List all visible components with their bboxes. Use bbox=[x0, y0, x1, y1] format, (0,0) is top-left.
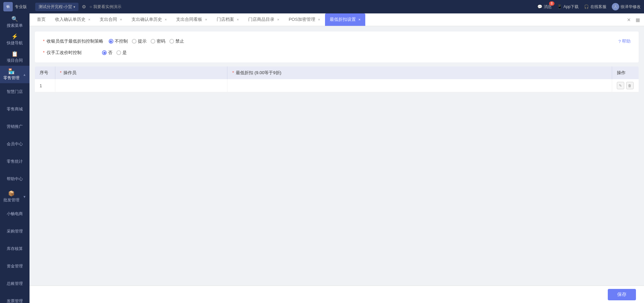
sidebar-label-help: 帮助中心 bbox=[7, 176, 23, 182]
tab-payment-board[interactable]: 支出合同看板 × bbox=[171, 13, 212, 26]
tab-payment-confirm-label: 支出确认单历史 bbox=[131, 16, 162, 22]
sidebar-item-help[interactable]: 帮助中心 bbox=[0, 170, 30, 188]
radio-no-label: 否 bbox=[108, 50, 112, 56]
user-menu[interactable]: 人 徐泽华修改 bbox=[612, 3, 641, 10]
tab-store-file[interactable]: 门店档案 × bbox=[212, 13, 244, 26]
tab-payment-confirm[interactable]: 支出确认单历史 × bbox=[127, 13, 171, 26]
help-label: 帮助 bbox=[622, 38, 631, 44]
app-download-button[interactable]: 📱 App下载 bbox=[557, 4, 579, 10]
tab-payment-board-label: 支出合同看板 bbox=[176, 16, 202, 22]
delete-row-button[interactable]: 🗑 bbox=[626, 82, 634, 89]
tab-store-catalog-close[interactable]: × bbox=[277, 17, 279, 21]
online-service-button[interactable]: 🎧 在线客服 bbox=[584, 4, 606, 10]
bottom-bar: 保存 bbox=[30, 286, 644, 303]
save-button[interactable]: 保存 bbox=[608, 289, 636, 300]
tab-income-confirm-close[interactable]: × bbox=[88, 17, 90, 21]
edit-row-button[interactable]: ✎ bbox=[617, 82, 624, 89]
sidebar-label-invoice: 发票管理 bbox=[7, 299, 23, 303]
avatar: 人 bbox=[612, 3, 619, 10]
sidebar-item-smart-store[interactable]: 智慧门店 bbox=[0, 83, 30, 101]
sidebar-label-search: 搜索菜单 bbox=[7, 23, 23, 29]
settings-icon[interactable]: ⚙ bbox=[82, 4, 86, 9]
tab-payment-contract-close[interactable]: × bbox=[120, 17, 122, 21]
table-row: 1 ✎ 🗑 bbox=[35, 79, 639, 92]
cell-action: ✎ 🗑 bbox=[612, 79, 639, 92]
download-icon: 📱 bbox=[557, 4, 562, 9]
cashier-discount-row: * 收银员低于最低折扣控制策略 不控制 提示 bbox=[43, 38, 631, 44]
radio-ban-label: 禁止 bbox=[175, 38, 184, 44]
sidebar-label-marketing: 营销推广 bbox=[7, 124, 23, 130]
wholesale-icon: 📦 bbox=[8, 190, 15, 197]
table-wrapper: 序号 * 操作员 * 最低折扣 (9.00等于9折) 操作 bbox=[35, 66, 639, 92]
radio-prompt-circle bbox=[132, 39, 137, 44]
sidebar-item-ecommerce[interactable]: 小畅电商 bbox=[0, 205, 30, 223]
tab-store-file-close[interactable]: × bbox=[237, 17, 239, 21]
cashier-discount-radio-group: 不控制 提示 密码 禁止 bbox=[109, 38, 184, 44]
retail-icon: 🏪 bbox=[8, 68, 15, 74]
tab-payment-confirm-close[interactable]: × bbox=[165, 17, 167, 21]
tab-min-discount[interactable]: 最低折扣设置 × bbox=[325, 13, 365, 26]
tab-min-discount-close[interactable]: × bbox=[359, 17, 361, 21]
tab-payment-contract[interactable]: 支出合同 × bbox=[95, 13, 126, 26]
user-name: 徐泽华修改 bbox=[621, 4, 641, 10]
cell-discount[interactable] bbox=[227, 79, 612, 92]
sidebar-item-retail[interactable]: 🏪 零售管理 ▲ bbox=[0, 66, 30, 83]
tab-income-confirm[interactable]: 收入确认单历史 × bbox=[50, 13, 95, 26]
table-header-row: 序号 * 操作员 * 最低折扣 (9.00等于9折) 操作 bbox=[35, 66, 639, 79]
sidebar-item-marketing[interactable]: 营销推广 bbox=[0, 118, 30, 136]
tab-close-all-button[interactable]: ✕ bbox=[626, 16, 632, 23]
th-operator: * 操作员 bbox=[55, 66, 227, 79]
tab-bar-actions: ✕ ▦ bbox=[626, 16, 641, 23]
tab-store-catalog[interactable]: 门店商品目录 × bbox=[244, 13, 284, 26]
radio-ban[interactable]: 禁止 bbox=[169, 38, 184, 44]
tab-menu-button[interactable]: ▦ bbox=[634, 16, 641, 23]
manual-price-radio-group: 否 是 bbox=[102, 50, 127, 56]
radio-no[interactable]: 否 bbox=[102, 50, 112, 56]
radio-ban-circle bbox=[169, 39, 174, 44]
sidebar-item-member[interactable]: 会员中心 bbox=[0, 136, 30, 153]
project-selector[interactable]: 测试分开完程-小贸 ▾ bbox=[35, 3, 78, 11]
tab-store-catalog-label: 门店商品目录 bbox=[248, 16, 274, 22]
sidebar-item-purchase[interactable]: 采购管理 bbox=[0, 223, 30, 240]
tab-payment-board-close[interactable]: × bbox=[205, 17, 207, 21]
sidebar-item-project[interactable]: 📋 项目合同 bbox=[0, 48, 30, 66]
radio-no-control[interactable]: 不控制 bbox=[109, 38, 128, 44]
sidebar-item-search[interactable]: 🔍 搜索菜单 bbox=[0, 13, 30, 31]
sidebar-item-inventory[interactable]: 库存核算 bbox=[0, 240, 30, 258]
discount-table-card: 序号 * 操作员 * 最低折扣 (9.00等于9折) 操作 bbox=[35, 66, 639, 92]
tab-home[interactable]: 首页 bbox=[32, 13, 50, 26]
sidebar-item-retail-mall[interactable]: 零售商城 bbox=[0, 101, 30, 118]
radio-yes-label: 是 bbox=[122, 50, 127, 56]
help-link[interactable]: ? 帮助 bbox=[619, 38, 631, 44]
sidebar-label-shortcut: 快捷导航 bbox=[7, 41, 23, 46]
sidebar-label-member: 会员中心 bbox=[7, 142, 23, 147]
sidebar-item-invoice[interactable]: 发票管理 bbox=[0, 293, 30, 303]
main-layout: 🔍 搜索菜单 ⚡ 快捷导航 📋 项目合同 🏪 零售管理 ▲ 智慧门店 零售商城 … bbox=[0, 13, 644, 303]
radio-no-control-label: 不控制 bbox=[115, 38, 128, 44]
sidebar-label-finance: 资金管理 bbox=[7, 264, 23, 269]
top-bar-actions: 💬 消息 8 📱 App下载 🎧 在线客服 人 徐泽华修改 bbox=[537, 3, 641, 10]
sidebar-item-finance[interactable]: 资金管理 bbox=[0, 258, 30, 275]
radio-no-control-circle bbox=[109, 39, 113, 44]
demo-link[interactable]: ○ 我要看实例演示 bbox=[90, 4, 121, 10]
radio-password[interactable]: 密码 bbox=[151, 38, 165, 44]
message-button[interactable]: 💬 消息 8 bbox=[537, 4, 552, 10]
sidebar-item-ledger[interactable]: 总账管理 bbox=[0, 275, 30, 293]
radio-yes[interactable]: 是 bbox=[116, 50, 127, 56]
sidebar-item-shortcut[interactable]: ⚡ 快捷导航 bbox=[0, 31, 30, 48]
sidebar-item-retail-stats[interactable]: 零售统计 bbox=[0, 153, 30, 170]
radio-prompt[interactable]: 提示 bbox=[132, 38, 147, 44]
cell-operator[interactable] bbox=[55, 79, 227, 92]
table-body: 1 ✎ 🗑 bbox=[35, 79, 639, 92]
th-seq: 序号 bbox=[35, 66, 55, 79]
radio-yes-circle bbox=[116, 50, 121, 55]
sidebar: 🔍 搜索菜单 ⚡ 快捷导航 📋 项目合同 🏪 零售管理 ▲ 智慧门店 零售商城 … bbox=[0, 13, 30, 303]
sidebar-item-wholesale[interactable]: 📦 批发管理 ▼ bbox=[0, 188, 30, 205]
tab-bar: 首页 收入确认单历史 × 支出合同 × 支出确认单历史 × 支出合同看板 × 门… bbox=[30, 13, 644, 26]
tab-pos-password-close[interactable]: × bbox=[318, 17, 320, 21]
sidebar-label-purchase: 采购管理 bbox=[7, 229, 23, 234]
tab-pos-password[interactable]: POS加密管理 × bbox=[284, 13, 325, 26]
shortcut-icon: ⚡ bbox=[11, 33, 18, 40]
demo-circle-icon: ○ bbox=[90, 4, 92, 9]
project-icon: 📋 bbox=[11, 51, 18, 57]
